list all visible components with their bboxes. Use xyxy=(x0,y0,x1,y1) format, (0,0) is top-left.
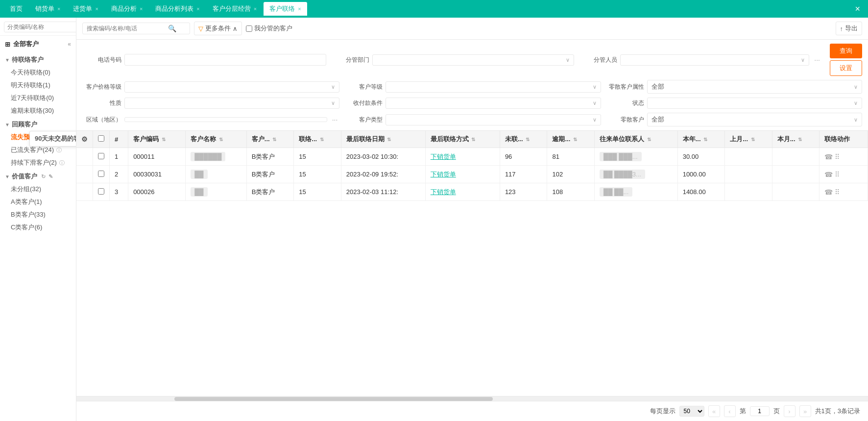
sidebar-item-week-pending[interactable]: 近7天待联络(0) xyxy=(0,92,76,104)
select-all-checkbox[interactable] xyxy=(98,135,104,142)
status-select[interactable]: ∨ xyxy=(647,98,862,109)
export-button[interactable]: ↑ 导出 xyxy=(836,22,863,35)
row-last-way-2[interactable]: 下销货单 xyxy=(425,183,500,201)
row-overdue-1: 102 xyxy=(547,166,595,183)
settings-button[interactable]: 设置 xyxy=(830,60,862,76)
nav-tab-purchase[interactable]: 进货单 × xyxy=(67,2,104,16)
uncontact-sort-icon[interactable]: ⇅ xyxy=(526,137,530,142)
row-name-0: ██████ xyxy=(186,148,247,166)
nav-tab-goods-analysis[interactable]: 商品分析 × xyxy=(105,2,148,16)
last-page-button[interactable]: » xyxy=(799,405,811,417)
nav-tab-customer-segment[interactable]: 客户分层经营 × xyxy=(207,2,263,16)
contact-action-icon-0[interactable]: ☎ xyxy=(824,153,833,161)
region-dots[interactable]: ··· xyxy=(330,116,340,124)
customer-level-chevron-icon: ∨ xyxy=(593,84,597,90)
row-last-way-0[interactable]: 下销货单 xyxy=(425,148,500,166)
nav-tab-sales[interactable]: 销货单 × xyxy=(29,2,66,16)
code-sort-icon[interactable]: ⇅ xyxy=(162,137,166,142)
window-close-button[interactable]: × xyxy=(851,4,864,14)
row-this-month-2 xyxy=(772,183,820,201)
last-month-sort-icon[interactable]: ⇅ xyxy=(751,137,755,142)
gear-settings-icon[interactable]: ⚙ xyxy=(81,135,88,143)
value-edit-icon[interactable]: ✎ xyxy=(48,173,53,180)
filter-field-customer-type: 客户类型 ∨ xyxy=(343,114,601,125)
price-level-select[interactable]: ∨ xyxy=(124,81,339,93)
this-month-sort-icon[interactable]: ⇅ xyxy=(798,137,802,142)
person-select[interactable]: ∨ xyxy=(620,54,809,66)
close-sales-tab-icon[interactable]: × xyxy=(57,6,60,12)
sidebar-item-today-pending[interactable]: 今天待联络(0) xyxy=(0,66,76,79)
row-num-0: 1 xyxy=(110,148,128,166)
col-num: # xyxy=(110,131,128,148)
close-goods-list-tab-icon[interactable]: × xyxy=(196,6,199,12)
phone-input[interactable] xyxy=(124,54,326,66)
overdue-sort-icon[interactable]: ⇅ xyxy=(573,137,577,142)
sidebar-item-class-c[interactable]: C类客户(6) xyxy=(0,221,76,234)
region-select[interactable] xyxy=(124,117,327,122)
row-checkbox-1[interactable] xyxy=(93,166,110,183)
close-contact-tab-icon[interactable]: × xyxy=(298,6,301,12)
sidebar-item-class-a[interactable]: A类客户(1) xyxy=(0,196,76,208)
sidebar-item-lostpre-warning[interactable]: 流失预警客户(3) ⓘ 90天未交易的客户，可能有流失风险。 xyxy=(0,131,76,144)
first-page-button[interactable]: « xyxy=(708,405,720,417)
grid-icon: ⊞ xyxy=(5,41,10,48)
close-goods-analysis-tab-icon[interactable]: × xyxy=(140,6,143,12)
row-checkbox-2[interactable] xyxy=(93,183,110,201)
sidebar-section-pending[interactable]: ▼ 待联络客户 xyxy=(0,52,76,66)
next-page-button[interactable]: › xyxy=(784,405,796,417)
nature-chevron-icon: ∨ xyxy=(331,100,335,106)
sidebar-section-lostpre[interactable]: ▼ 回顾客户 xyxy=(0,117,76,131)
unit-contact-sort-icon[interactable]: ⇅ xyxy=(647,137,651,142)
sidebar-section-value[interactable]: ▼ 价值客户 ↻ ✎ xyxy=(0,169,76,183)
last-date-sort-icon[interactable]: ⇅ xyxy=(387,137,391,142)
sidebar-search-input[interactable] xyxy=(4,22,76,32)
contact-sort-icon[interactable]: ⇅ xyxy=(320,137,324,142)
horizontal-scrollbar[interactable] xyxy=(76,396,868,401)
close-segment-tab-icon[interactable]: × xyxy=(254,6,257,12)
dept-select[interactable]: ∨ xyxy=(372,54,574,66)
close-purchase-tab-icon[interactable]: × xyxy=(95,6,98,12)
nature-select[interactable]: ∨ xyxy=(124,98,339,109)
scrollbar-thumb[interactable] xyxy=(174,397,493,401)
contact-action-icon-1[interactable]: ☎ xyxy=(824,171,833,178)
query-button[interactable]: 查询 xyxy=(830,44,862,58)
prev-page-button[interactable]: ‹ xyxy=(724,405,736,417)
sidebar-item-overdue-uncontact[interactable]: 逾期未联络(30) xyxy=(0,104,76,117)
sidebar-item-tomorrow-pending[interactable]: 明天待联络(1) xyxy=(0,79,76,92)
more-action-icon-2[interactable]: ⠿ xyxy=(835,188,840,196)
nav-tab-customer-contact[interactable]: 客户联络 × xyxy=(264,2,307,16)
year-sort-icon[interactable]: ⇅ xyxy=(703,137,707,142)
more-filter-button[interactable]: ▽ 更多条件 ∧ xyxy=(194,22,242,35)
customer-level-select[interactable]: ∨ xyxy=(386,81,601,93)
filter-search-input[interactable] xyxy=(87,25,165,32)
last-way-sort-icon[interactable]: ⇅ xyxy=(471,137,475,142)
payment-select[interactable]: ∨ xyxy=(386,98,601,109)
my-customers-checkbox[interactable]: 我分管的客户 xyxy=(246,24,292,33)
more-action-icon-1[interactable]: ⠿ xyxy=(835,171,840,178)
row-contact-0: 15 xyxy=(294,148,341,166)
sidebar-item-class-b[interactable]: B类客户(33) xyxy=(0,208,76,221)
scattered-select[interactable]: 全部 ∨ xyxy=(647,113,862,126)
sidebar-item-ungrouped[interactable]: 未分组(32) xyxy=(0,183,76,196)
more-action-icon-0[interactable]: ⠿ xyxy=(835,153,840,161)
scattered-attr-select[interactable]: 全部 ∨ xyxy=(647,80,862,94)
sidebar-all-customers[interactable]: ⊞ 全部客户 « xyxy=(0,36,76,52)
col-gear[interactable]: ⚙ xyxy=(76,131,93,148)
type-sort-icon[interactable]: ⇅ xyxy=(272,137,276,142)
contact-action-icon-2[interactable]: ☎ xyxy=(824,188,833,196)
my-customers-check[interactable] xyxy=(246,25,252,32)
nav-tab-goods-analysis-list[interactable]: 商品分析列表 × xyxy=(149,2,205,16)
page-number-input[interactable] xyxy=(750,406,770,416)
per-page-select[interactable]: 50 100 xyxy=(679,406,704,417)
filter-search-icon[interactable]: 🔍 xyxy=(168,25,176,32)
filter-field-region: 区域（地区） ··· xyxy=(82,116,339,124)
value-refresh-icon[interactable]: ↻ xyxy=(41,173,46,180)
row-checkbox-0[interactable] xyxy=(93,148,110,166)
customer-type-select[interactable]: ∨ xyxy=(386,114,601,125)
name-sort-icon[interactable]: ⇅ xyxy=(219,137,223,142)
person-dots[interactable]: ··· xyxy=(812,56,822,64)
nav-tab-home[interactable]: 首页 xyxy=(4,2,28,16)
row-gear-1 xyxy=(76,166,93,183)
sidebar-item-declining[interactable]: 持续下滑客户(2) ⓘ xyxy=(0,156,76,169)
row-last-way-1[interactable]: 下销货单 xyxy=(425,166,500,183)
